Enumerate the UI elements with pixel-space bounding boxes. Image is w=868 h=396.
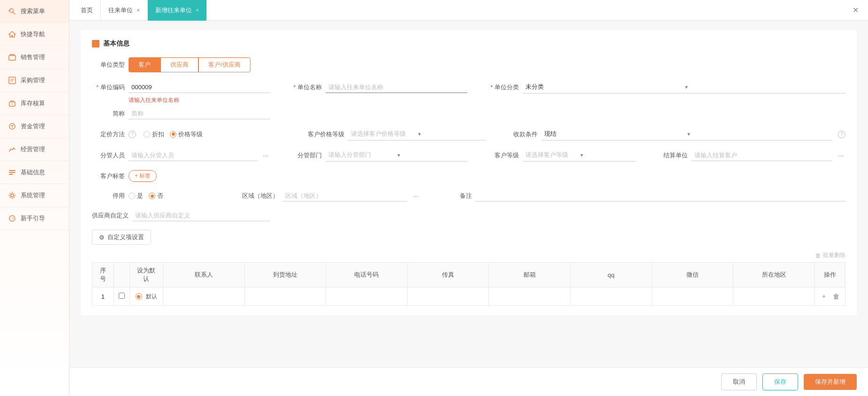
cancel-button[interactable]: 取消 (721, 373, 757, 390)
sidebar-guide-label: 新手引导 (21, 214, 45, 223)
unit-code-input[interactable] (129, 82, 270, 93)
custom-settings-label: 自定义项设置 (107, 233, 144, 241)
qq-input[interactable] (575, 293, 647, 300)
row-region[interactable] (733, 287, 815, 306)
row-checkbox[interactable] (114, 287, 129, 306)
contact-input[interactable] (168, 293, 240, 300)
email-input[interactable] (494, 293, 565, 300)
unit-category-field: 单位分类 未分类 ▼ (486, 81, 845, 93)
pricing-radio-level[interactable]: 价格等级 (170, 130, 203, 139)
col-fax: 传真 (407, 263, 489, 287)
add-tag-button[interactable]: + 标签 (129, 170, 157, 182)
unit-name-input[interactable] (326, 82, 467, 93)
row-seq: 1 (92, 287, 114, 306)
fax-input[interactable] (412, 293, 484, 300)
manager-row: 分管人员 ··· 分管部门 请输入分管部门 ▼ 客户等级 请选择客户等级 (92, 149, 845, 162)
tab-new-partner[interactable]: 新增往来单位 × (148, 0, 207, 21)
tab-partners[interactable]: 往来单位 × (101, 0, 148, 21)
dept-select[interactable]: 请输入分管部门 ▼ (326, 149, 467, 162)
row-email[interactable] (489, 287, 571, 306)
sidebar-purchase-label: 采购管理 (21, 76, 45, 85)
dept-placeholder: 请输入分管部门 (328, 151, 396, 159)
batch-delete[interactable]: 🗑 批量删除 (92, 251, 845, 259)
row-wechat[interactable] (652, 287, 733, 306)
unit-type-supplier[interactable]: 供应商 (160, 57, 198, 72)
unit-category-value: 未分类 (525, 83, 684, 91)
tab-home[interactable]: 首页 (73, 0, 101, 21)
sidebar-item-sales[interactable]: 销售管理 (0, 46, 69, 69)
abbr-input[interactable] (129, 108, 270, 119)
row-default-radio[interactable]: 默认 (135, 293, 158, 301)
sidebar-item-baseinfo[interactable]: 基础信息 (0, 161, 69, 184)
sidebar-operation-label: 经营管理 (21, 145, 45, 154)
manager-input[interactable] (129, 150, 257, 161)
main-area: 首页 往来单位 × 新增往来单位 × ✕ 基本信息 单位类型 客户 (69, 0, 868, 396)
sidebar-item-guide[interactable]: ? 新手引导 (0, 207, 69, 230)
col-wechat: 微信 (652, 263, 733, 287)
sidebar-item-quicknav[interactable]: 快捷导航 (0, 23, 69, 46)
manager-more-icon[interactable]: ··· (261, 152, 270, 159)
payment-help-icon[interactable]: ? (838, 131, 845, 138)
region-field: 区域（地区） ··· (242, 190, 420, 202)
unit-type-row: 单位类型 客户 供应商 客户/供应商 (92, 57, 845, 72)
disabled-no[interactable]: 否 (149, 192, 163, 200)
custom-settings-button[interactable]: ⚙ 自定义项设置 (92, 230, 151, 245)
settlement-more-icon[interactable]: ··· (836, 152, 845, 159)
col-region: 所在地区 (733, 263, 815, 287)
search-icon (8, 7, 17, 16)
customer-price-field: 客户价格等级 请选择客户价格等级 ▼ (308, 128, 486, 140)
sidebar-quicknav-label: 快捷导航 (21, 30, 45, 39)
supplier-custom-input[interactable] (132, 210, 270, 221)
supplier-custom-label: 供应商自定义 (92, 211, 129, 220)
row-phone[interactable] (326, 287, 408, 306)
dept-field: 分管部门 请输入分管部门 ▼ (289, 149, 467, 162)
pricing-help-icon[interactable]: ? (129, 131, 136, 138)
unit-type-both[interactable]: 客户/供应商 (198, 57, 251, 72)
discount-label: 折扣 (152, 130, 164, 139)
sidebar-item-inventory[interactable]: 库存核算 (0, 92, 69, 115)
region-table-input[interactable] (738, 293, 810, 300)
sidebar-item-operation[interactable]: 经营管理 (0, 138, 69, 161)
remark-input[interactable] (476, 190, 845, 202)
phone-input[interactable] (331, 293, 403, 300)
sidebar-item-search[interactable]: 搜索菜单 (0, 0, 69, 23)
region-input[interactable] (282, 190, 407, 202)
table-row: 1 默认 (92, 287, 845, 306)
disabled-yes[interactable]: 是 (129, 192, 143, 200)
tab-new-partner-close[interactable]: × (196, 7, 199, 14)
customer-level-placeholder: 请选择客户等级 (525, 151, 579, 159)
unit-type-customer[interactable]: 客户 (129, 57, 160, 72)
row-default: 默认 (129, 287, 163, 306)
save-and-new-button[interactable]: 保存并新增 (804, 374, 857, 390)
pricing-radio-discount[interactable]: 折扣 (144, 130, 164, 139)
batch-delete-icon: 🗑 (815, 252, 821, 259)
contact-table: 序号 设为默认 联系人 到货地址 电话号码 传真 邮箱 qq 微信 所在地区 操… (92, 262, 845, 306)
row-contact[interactable] (163, 287, 244, 306)
row-fax[interactable] (407, 287, 489, 306)
wechat-input[interactable] (657, 293, 729, 300)
window-close-button[interactable]: ✕ (847, 6, 864, 15)
chevron-down-icon5: ▼ (579, 153, 633, 158)
customer-price-select[interactable]: 请选择客户价格等级 ▼ (348, 128, 486, 140)
settlement-field: 结算单位 ··· (655, 150, 845, 161)
sidebar-item-purchase[interactable]: 采购管理 (0, 69, 69, 92)
guide-icon: ? (8, 214, 17, 223)
row-add-button[interactable]: ＋ (820, 291, 828, 302)
customer-level-select[interactable]: 请选择客户等级 ▼ (523, 149, 636, 162)
save-button[interactable]: 保存 (762, 373, 798, 390)
remark-field: 备注 (439, 190, 845, 202)
row-check-input[interactable] (119, 293, 125, 299)
row-qq[interactable] (570, 287, 652, 306)
sidebar-item-finance[interactable]: 资金管理 (0, 115, 69, 138)
settlement-input[interactable] (692, 150, 832, 161)
unit-category-select[interactable]: 未分类 ▼ (523, 81, 845, 93)
region-more-icon[interactable]: ··· (411, 192, 420, 200)
tab-partners-close[interactable]: × (137, 7, 140, 14)
row-address[interactable] (244, 287, 326, 306)
row-delete-button[interactable]: 🗑 (832, 291, 840, 302)
payment-select[interactable]: 现结 ▼ (541, 128, 831, 140)
sidebar-item-system[interactable]: 系统管理 (0, 184, 69, 207)
sidebar-baseinfo-label: 基础信息 (21, 168, 45, 177)
contact-table-wrapper: 序号 设为默认 联系人 到货地址 电话号码 传真 邮箱 qq 微信 所在地区 操… (92, 262, 845, 306)
address-input[interactable] (250, 293, 321, 300)
